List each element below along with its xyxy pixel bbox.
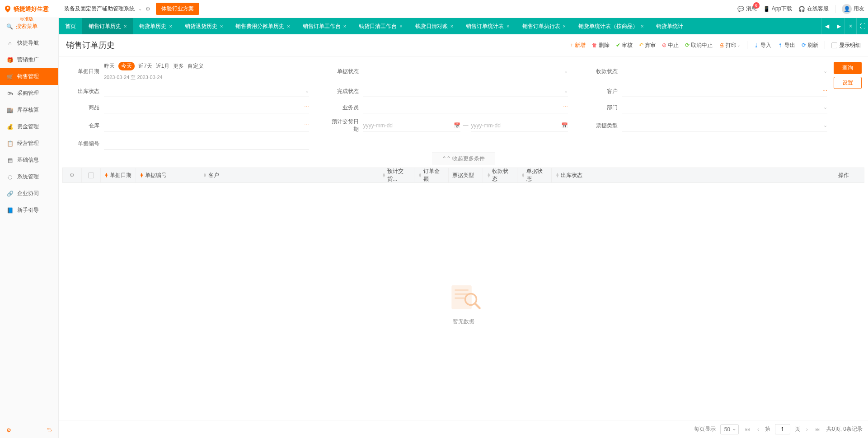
prev-page-button[interactable]: ‹ [756,426,760,433]
sidebar-item-sales[interactable]: 🛒销售管理 [0,68,58,85]
delete-button[interactable]: 🗑删除 [592,42,610,49]
tab-order-workbench[interactable]: 销售订单工作台× [296,18,352,34]
gear-icon[interactable]: ⚙ [6,427,11,433]
tab-sales-order-history[interactable]: 销售订单历史× [82,18,133,34]
sidebar-item-finance[interactable]: 💰资金管理 [0,118,58,135]
ticket-type-select[interactable]: ⌄ [622,120,827,131]
home-icon: ⌂ [6,40,14,47]
close-icon[interactable]: × [641,23,643,29]
pay-status-select[interactable]: ⌄ [622,65,827,77]
messages-button[interactable]: 💬 消息 6 [737,5,757,13]
col-out[interactable]: ▲▼出库状态 [552,168,823,182]
tab-daily-workbench[interactable]: 钱货日清工作台× [352,18,408,34]
close-icon[interactable]: × [563,23,566,29]
col-amount[interactable]: ▲▼订单金额 [414,168,449,182]
sidebar-item-base[interactable]: ▤基础信息 [0,152,58,168]
download-button[interactable]: 📱 App下载 [763,5,792,13]
col-status[interactable]: ▲▼单据状态 [517,168,552,182]
col-deliver[interactable]: ▲▼预计交货... [378,168,414,182]
dq-7days[interactable]: 近7天 [138,62,152,70]
finish-status-select[interactable]: ⌄ [363,85,568,97]
last-page-button[interactable]: ⏭ [814,426,822,433]
col-date[interactable]: ▲▼单据日期 [101,168,136,182]
stop-button[interactable]: ⊘中止 [662,42,679,49]
abandon-button[interactable]: ↶弃审 [639,42,656,49]
tab-order-stats[interactable]: 销售订单统计表× [460,18,516,34]
col-checkbox[interactable] [82,168,101,182]
col-pay[interactable]: ▲▼收款状态 [483,168,517,182]
close-icon[interactable]: × [169,23,172,29]
bill-no-input[interactable] [104,138,309,149]
audit-button[interactable]: ✔审核 [616,42,633,49]
tab-sales-history[interactable]: 销货单历史× [133,18,178,34]
customer-picker[interactable]: ⋯ [622,85,827,97]
tabs-scroll-left[interactable]: ◀ [821,18,833,34]
gear-icon[interactable]: ⚙ [145,6,150,12]
user-menu[interactable]: 👤 用友 [842,4,864,14]
first-page-button[interactable]: ⏮ [743,426,751,433]
unstop-button[interactable]: ⟳取消中止 [685,42,713,49]
tab-home[interactable]: 首页 [59,18,82,34]
sidebar-item-coop[interactable]: 🔗企业协同 [0,185,58,202]
tab-fee-history[interactable]: 销售费用分摊单历史× [229,18,296,34]
sidebar-item-inventory[interactable]: 🏬库存核算 [0,102,58,118]
tab-sales-stats-goods[interactable]: 销货单统计表（按商品）× [572,18,650,34]
chevron-down-icon: ⌄ [823,122,827,128]
refresh-button[interactable]: ⟳刷新 [802,42,818,49]
tab-sales-stats[interactable]: 销货单统计 [650,18,690,34]
book-icon: 📘 [6,207,14,214]
sidebar-item-guide[interactable]: 📘新手引导 [0,202,58,219]
support-button[interactable]: 🎧 在线客服 [798,5,829,13]
collapse-filters[interactable]: ⌃⌃ 收起更多条件 [432,152,495,165]
goods-picker[interactable]: ⋯ [104,102,309,113]
show-detail-checkbox[interactable]: 显示明细 [831,42,861,49]
tabs-scroll-right[interactable]: ▶ [833,18,845,34]
col-no[interactable]: ▲▼单据编号 [136,168,199,182]
close-icon[interactable]: × [124,23,127,29]
next-page-button[interactable]: › [805,426,809,433]
system-selector[interactable]: 装备及固定资产辅助管理系统 ⌄ [64,5,142,13]
close-icon[interactable]: × [399,23,402,29]
dq-more[interactable]: 更多 [173,62,184,70]
col-settings[interactable]: ⚙ [63,168,82,182]
out-status-select[interactable]: ⌄ [104,85,309,97]
tabs-close-all[interactable]: × [845,18,856,34]
solution-button[interactable]: 体验行业方案 [156,3,199,15]
dept-select[interactable]: ⌄ [622,102,827,113]
tab-return-history[interactable]: 销货退货历史× [178,18,229,34]
sidebar-item-quicknav[interactable]: ⌂快捷导航 [0,35,58,51]
deliver-date-to[interactable]: yyyy-mm-dd📅 [471,120,568,131]
fullscreen-icon[interactable]: ⛶ [856,18,868,34]
deliver-date-from[interactable]: yyyy-mm-dd📅 [363,120,460,131]
dq-yesterday[interactable]: 昨天 [104,62,115,70]
salesman-picker[interactable]: ⋯ [363,102,568,113]
close-icon[interactable]: × [287,23,290,29]
dq-custom[interactable]: 自定义 [188,62,204,70]
close-icon[interactable]: × [507,23,509,29]
bill-status-select[interactable]: ⌄ [363,65,568,77]
tabs-bar: 首页 销售订单历史× 销货单历史× 销货退货历史× 销售费用分摊单历史× 销售订… [59,18,868,34]
collapse-icon[interactable]: ⮌ [47,427,52,433]
search-button[interactable]: 查询 [834,62,862,74]
warehouse-picker[interactable]: ⋯ [104,120,309,131]
add-button[interactable]: +新增 [570,42,586,49]
close-icon[interactable]: × [343,23,346,29]
col-customer[interactable]: ▲▼客户 [199,168,378,182]
page-size-select[interactable]: 50 [720,424,739,434]
sidebar-item-operation[interactable]: 📋经营管理 [0,135,58,152]
col-ticket[interactable]: 票据类型 [449,168,483,182]
sidebar-item-marketing[interactable]: 🎁营销推广 [0,51,58,68]
print-button[interactable]: 🖨打印⌄ [719,42,741,49]
page-input[interactable] [775,424,790,434]
tab-order-exec[interactable]: 销售订单执行表× [516,18,572,34]
sidebar-item-system[interactable]: ◌系统管理 [0,168,58,185]
sidebar-item-purchase[interactable]: 🛍采购管理 [0,85,58,102]
dq-1month[interactable]: 近1月 [156,62,170,70]
export-button[interactable]: ⭱导出 [778,42,795,49]
close-icon[interactable]: × [450,23,453,29]
dq-today[interactable]: 今天 [118,62,135,70]
tab-daily-recon[interactable]: 钱货日清对账× [409,18,460,34]
close-icon[interactable]: × [220,23,223,29]
import-button[interactable]: ⭳导入 [754,42,771,49]
settings-button[interactable]: 设置 [834,77,862,89]
